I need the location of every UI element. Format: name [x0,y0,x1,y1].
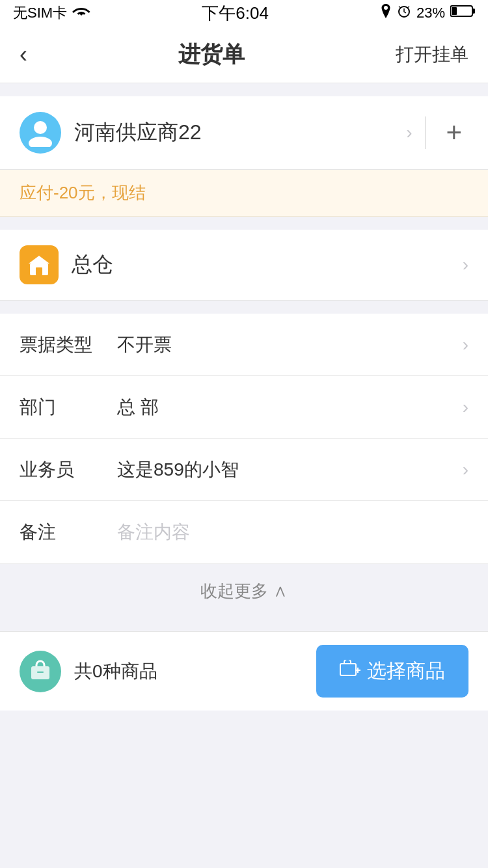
svg-marker-7 [29,256,49,264]
department-value: 总 部 [98,395,456,420]
warehouse-chevron-icon: › [463,254,468,275]
ticket-type-value: 不开票 [98,332,456,357]
form-section: 票据类型 不开票 › 部门 总 部 › 业务员 这是859的小智 › 备注 备注… [0,314,488,563]
collapse-label: 收起更多 ∧ [200,581,287,601]
supplier-avatar [20,112,61,154]
remark-row[interactable]: 备注 备注内容 [0,501,488,563]
location-icon [380,4,392,22]
supplier-chevron-icon: › [406,122,412,143]
select-goods-icon [340,660,360,683]
remark-label: 备注 [20,520,98,545]
product-count-text: 共0种商品 [74,659,316,684]
department-chevron-icon: › [463,397,468,418]
salesperson-row[interactable]: 业务员 这是859的小智 › [0,439,488,501]
svg-rect-3 [452,7,457,15]
select-goods-button[interactable]: 选择商品 [316,645,468,698]
wifi-icon [72,4,90,22]
warehouse-row[interactable]: 总仓 › [0,230,488,301]
section-divider-3 [0,301,488,314]
battery-icon [450,5,475,21]
open-pending-button[interactable]: 打开挂单 [396,42,468,67]
salesperson-value: 这是859的小智 [98,457,456,482]
section-divider-4 [0,618,488,631]
supplier-row[interactable]: 河南供应商22 › + [0,96,488,170]
add-supplier-button[interactable]: + [439,117,468,148]
supplier-divider [425,116,426,149]
battery-text: 23% [416,5,445,21]
supplier-name: 河南供应商22 [74,118,400,147]
svg-rect-10 [37,671,44,673]
select-goods-label: 选择商品 [367,658,445,685]
ticket-type-label: 票据类型 [20,332,98,357]
svg-rect-11 [340,664,356,675]
notice-text: 应付-20元，现结 [20,183,146,202]
salesperson-label: 业务员 [20,457,98,482]
status-bar: 无SIM卡 下午6:04 23% [0,0,488,26]
warehouse-name: 总仓 [72,251,456,279]
warehouse-icon [20,245,59,284]
carrier-text: 无SIM卡 [13,3,67,23]
svg-rect-8 [36,267,42,275]
ticket-type-row[interactable]: 票据类型 不开票 › [0,314,488,376]
supplier-section: 河南供应商22 › + 应付-20元，现结 [0,96,488,217]
notice-banner: 应付-20元，现结 [0,170,488,217]
department-label: 部门 [20,395,98,420]
status-left: 无SIM卡 [13,3,90,23]
gray-area [0,711,488,868]
section-divider-1 [0,83,488,96]
ticket-type-chevron-icon: › [463,334,468,355]
svg-point-4 [34,121,47,134]
status-right: 23% [380,4,475,22]
section-divider-2 [0,217,488,230]
alarm-icon [397,4,411,22]
salesperson-chevron-icon: › [463,459,468,480]
product-icon [20,651,61,692]
bottom-bar: 共0种商品 选择商品 [0,631,488,711]
svg-rect-2 [472,8,475,14]
remark-input[interactable]: 备注内容 [98,520,468,545]
status-time: 下午6:04 [202,2,269,25]
nav-bar: ‹ 进货单 打开挂单 [0,26,488,83]
back-button[interactable]: ‹ [20,41,27,68]
collapse-row[interactable]: 收起更多 ∧ [0,563,488,618]
department-row[interactable]: 部门 总 部 › [0,376,488,439]
page-title: 进货单 [178,40,245,70]
svg-point-5 [29,137,52,147]
